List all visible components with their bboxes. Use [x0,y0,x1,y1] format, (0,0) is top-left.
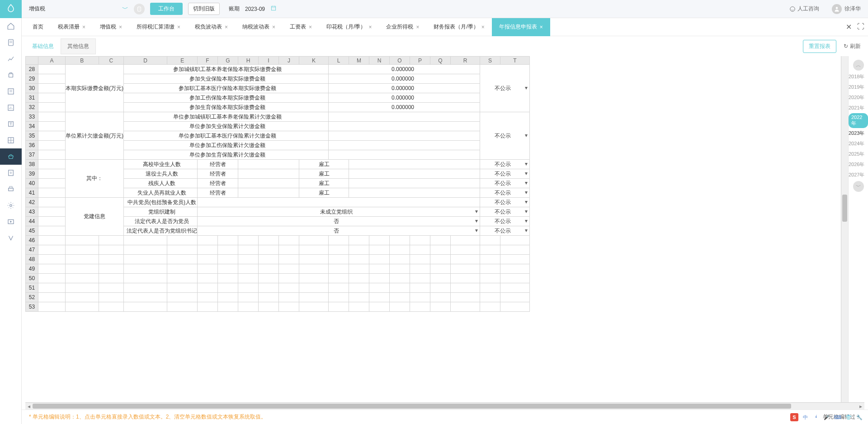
row-number[interactable]: 41 [26,188,38,198]
display-cell[interactable]: 不公示 [480,112,530,160]
row-number[interactable]: 30 [26,84,38,93]
tab-3[interactable]: 所得税汇算清缴× [129,18,188,36]
cell[interactable] [299,302,329,312]
cell[interactable] [349,283,369,293]
value-cell[interactable]: 0.000000 [329,74,480,84]
cell[interactable] [167,283,198,293]
cell[interactable] [259,236,279,245]
cell[interactable] [500,245,530,255]
cell[interactable] [99,283,123,293]
cell[interactable] [329,283,349,293]
switch-old-button[interactable]: 切到旧版 [188,3,220,15]
col-header[interactable]: I [259,57,279,65]
cell[interactable] [299,245,329,255]
display-cell[interactable]: 不公示 [480,207,530,217]
cell[interactable] [238,245,259,255]
cell[interactable] [369,293,390,302]
col-header[interactable]: E [167,57,198,65]
col-header[interactable]: P [410,57,430,65]
cell[interactable] [451,236,480,245]
cell[interactable] [390,236,410,245]
col-header[interactable]: B [66,57,99,65]
cell[interactable] [38,131,66,141]
cell[interactable]: 否 [198,217,480,226]
cell[interactable] [349,293,369,302]
cell[interactable] [218,264,238,274]
cell[interactable] [259,245,279,255]
close-icon[interactable]: × [225,24,228,30]
cell[interactable] [500,302,530,312]
cell[interactable] [259,283,279,293]
cell[interactable] [38,141,66,150]
cell[interactable] [480,245,500,255]
row-number[interactable]: 44 [26,217,38,226]
cell[interactable] [218,274,238,283]
col-header[interactable]: J [279,57,299,65]
row-number[interactable]: 33 [26,112,38,122]
cell[interactable] [124,236,167,245]
cell[interactable] [451,293,480,302]
cell[interactable] [38,217,66,226]
col-header[interactable]: D [124,57,167,65]
cell[interactable] [38,93,66,103]
cell[interactable]: 经营者 [198,160,238,169]
cell[interactable] [259,302,279,312]
cell[interactable] [124,255,167,264]
cell[interactable] [38,122,66,131]
cell[interactable] [66,245,99,255]
display-cell[interactable]: 不公示 [480,226,530,236]
value-cell[interactable] [329,131,480,141]
display-cell[interactable]: 不公示 [480,198,530,207]
cell[interactable] [329,302,349,312]
row-number[interactable]: 34 [26,122,38,131]
cell[interactable] [430,245,451,255]
tab-0[interactable]: 首页 [25,18,51,36]
cell[interactable] [38,207,66,217]
cell[interactable] [238,255,259,264]
cell[interactable] [410,255,430,264]
cell[interactable] [299,236,329,245]
year-option[interactable]: 2025年 [849,149,868,159]
cell[interactable] [167,245,198,255]
col-header[interactable]: Q [430,57,451,65]
cell[interactable] [238,302,259,312]
cell[interactable] [410,283,430,293]
display-cell[interactable]: 不公示 [480,160,530,169]
period-value[interactable]: 2023-09 [245,6,265,12]
cell[interactable] [38,150,66,160]
cell[interactable] [238,179,299,188]
cell[interactable] [238,293,259,302]
cell[interactable] [238,283,259,293]
ime-lang-icon[interactable]: 中 [801,413,809,421]
cell[interactable] [238,160,299,169]
cell[interactable] [410,264,430,274]
nav-tax-icon[interactable]: T [0,116,22,132]
cell[interactable] [38,274,66,283]
close-icon[interactable]: × [481,24,485,30]
cell[interactable] [198,264,218,274]
year-option[interactable]: 2022年 [849,113,868,128]
cell[interactable] [99,274,123,283]
tab-1[interactable]: 税表清册× [51,18,93,36]
cell[interactable] [259,274,279,283]
cell[interactable] [38,112,66,122]
cell[interactable] [99,293,123,302]
horizontal-scroll-thumb[interactable] [33,404,791,409]
cell[interactable] [124,302,167,312]
cell[interactable] [198,302,218,312]
subtab-other[interactable]: 其他信息 [61,38,96,54]
title-selector[interactable]: 增值税 ﹀ [29,5,128,13]
cell[interactable] [430,255,451,264]
nav-v-icon[interactable] [0,230,22,246]
col-header[interactable]: T [500,57,530,65]
cell[interactable] [38,283,66,293]
cell[interactable] [198,198,480,207]
cell[interactable] [279,283,299,293]
cell[interactable] [238,274,259,283]
cell[interactable] [38,65,66,74]
close-icon[interactable]: × [540,24,543,30]
cell[interactable] [198,236,218,245]
col-header[interactable]: K [299,57,329,65]
cell[interactable] [369,283,390,293]
cell[interactable] [198,274,218,283]
